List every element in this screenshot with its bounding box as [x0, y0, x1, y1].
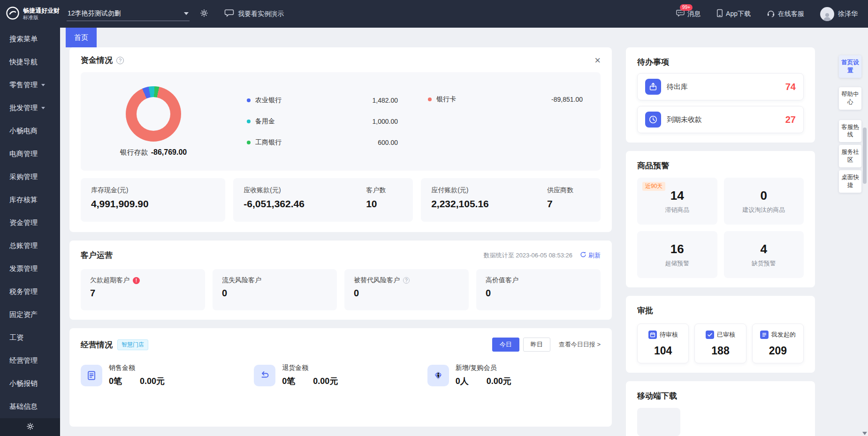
legend-value: 600.00 — [378, 139, 398, 146]
rail-item-label: 帮助中心 — [841, 91, 859, 105]
warning-slow-moving[interactable]: 近90天 14 滞销商品 — [637, 178, 717, 225]
warning-overstock[interactable]: 16 超储预警 — [637, 231, 717, 278]
yesterday-button[interactable]: 昨日 — [523, 338, 550, 352]
bank-deposit-value: -86,769.00 — [151, 148, 187, 156]
sidebar-items: 搜索菜单 快捷导航 零售管理 批发管理 小畅电商 电商管理 采购管理 库存核算 … — [0, 28, 60, 418]
sales-doc-icon — [81, 365, 102, 386]
settings-gear-button[interactable] — [200, 9, 208, 19]
sidebar-item-fixed-assets[interactable]: 固定资产 — [0, 303, 60, 326]
rail-desktop-shortcut[interactable]: 桌面快捷 — [839, 170, 861, 193]
sidebar-settings-button[interactable] — [0, 418, 60, 436]
close-icon[interactable]: × — [594, 55, 601, 66]
user-menu[interactable]: 徐泽华 — [820, 7, 858, 21]
sidebar-item-funds[interactable]: 资金管理 — [0, 211, 60, 234]
username-label: 徐泽华 — [838, 10, 858, 18]
rail-service-community[interactable]: 服务社区 — [839, 145, 861, 167]
online-service-button[interactable]: 在线客服 — [767, 9, 804, 19]
sidebar-item-operations[interactable]: 经营管理 — [0, 349, 60, 372]
help-icon[interactable]: ? — [116, 57, 124, 64]
brand-logo-icon — [6, 6, 20, 22]
company-select[interactable]: 12李艳芬测试勿删 — [67, 7, 190, 21]
gear-icon — [26, 422, 34, 432]
tab-home[interactable]: 首页 — [66, 28, 97, 47]
stat-count: 0人 — [456, 376, 469, 387]
sidebar-item-label: 快捷导航 — [9, 58, 38, 67]
customer-ops-card: 客户运营 数据统计至 2023-06-05 08:53:26 刷新 欠款超期客户 — [69, 241, 612, 320]
sidebar-item-search-menu[interactable]: 搜索菜单 — [0, 28, 60, 51]
sidebar-item-wholesale[interactable]: 批发管理 — [0, 97, 60, 120]
legend-value: -89,851.00 — [551, 96, 583, 103]
funds-stats-row: 库存现金(元) 4,991,909.90 应收账款(元) -6,051,362.… — [81, 178, 601, 222]
daily-report-link[interactable]: 查看今日日报 > — [559, 340, 601, 349]
rail-home-settings[interactable]: 首页设置 — [839, 55, 861, 78]
right-column: 待办事项 待出库 74 到期未收 — [626, 47, 815, 436]
sidebar-item-general-ledger[interactable]: 总账管理 — [0, 234, 60, 257]
sidebar-item-purchasing[interactable]: 采购管理 — [0, 165, 60, 188]
sidebar-item-inventory[interactable]: 库存核算 — [0, 188, 60, 211]
sidebar-item-retail[interactable]: 零售管理 — [0, 74, 60, 97]
stat-replacement-risk-customers: 被替代风险客户 ? 0 — [344, 269, 469, 310]
sidebar: 搜索菜单 快捷导航 零售管理 批发管理 小畅电商 电商管理 采购管理 库存核算 … — [0, 28, 60, 436]
stat-receivables: 应收账款(元) -6,051,362.46 — [244, 186, 305, 214]
main-content: 资金情况 ? × 银行存款-86,769.00 农业银行 1, — [69, 47, 612, 436]
warning-label: 超储预警 — [665, 259, 689, 268]
rail-service-hotline[interactable]: 客服热线 — [839, 120, 861, 143]
approval-count: 209 — [756, 345, 799, 357]
business-card-title: 经营情况 — [81, 339, 113, 350]
funds-donut-chart — [126, 86, 181, 142]
sidebar-item-tax[interactable]: 税务管理 — [0, 280, 60, 303]
sidebar-item-label: 零售管理 — [9, 81, 38, 90]
tabbar: 首页 — [60, 28, 868, 47]
approval-pending[interactable]: 待审核 104 — [637, 323, 689, 363]
scrollbar-down-arrow[interactable] — [862, 432, 867, 435]
stat-churn-risk-customers: 流失风险客户 0 — [213, 269, 337, 310]
sidebar-item-expense[interactable]: 小畅报销 — [0, 372, 60, 395]
stat-value: 7 — [547, 198, 573, 210]
approval-reviewed[interactable]: 已审核 188 — [694, 323, 746, 363]
rail-item-label: 桌面快捷 — [841, 174, 859, 188]
messages-count-badge: 99+ — [680, 4, 693, 11]
warning-value: 14 — [670, 188, 684, 203]
refresh-button[interactable]: 刷新 — [580, 251, 601, 260]
today-button[interactable]: 今日 — [492, 338, 519, 352]
chevron-down-icon — [41, 107, 45, 109]
stat-cash-on-hand: 库存现金(元) 4,991,909.90 — [81, 178, 225, 222]
avatar — [820, 7, 834, 21]
warning-suggest-remove[interactable]: 0 建议淘汰的商品 — [724, 178, 804, 225]
speech-bubble-icon — [224, 9, 234, 19]
scrollbar-thumb[interactable] — [863, 128, 867, 184]
approval-card-title: 审批 — [637, 305, 653, 316]
sidebar-item-label: 批发管理 — [9, 104, 38, 113]
mobile-download-title: 移动端下载 — [637, 391, 677, 401]
brand-name-line2: 标准版 — [23, 15, 60, 21]
sidebar-item-base-info[interactable]: 基础信息 — [0, 395, 60, 418]
online-service-label: 在线客服 — [778, 10, 804, 18]
rail-help-center[interactable]: 帮助中心 — [839, 87, 861, 110]
sidebar-item-ecommerce[interactable]: 电商管理 — [0, 143, 60, 165]
tab-home-label: 首页 — [74, 33, 88, 42]
calendar-icon — [648, 331, 657, 339]
stat-value: 2,232,105.16 — [431, 198, 489, 210]
sidebar-item-invoices[interactable]: 发票管理 — [0, 257, 60, 280]
sidebar-item-payroll[interactable]: 工资 — [0, 326, 60, 349]
app-download-button[interactable]: App下载 — [716, 9, 751, 19]
stat-label: 新增/复购会员 — [456, 364, 511, 372]
question-icon[interactable]: ? — [403, 277, 410, 284]
legend-dot-icon — [247, 120, 251, 123]
sidebar-item-label: 资金管理 — [9, 218, 38, 227]
todo-count: 74 — [785, 82, 796, 92]
warning-label: 缺货预警 — [752, 259, 776, 268]
demo-link[interactable]: 我要看实例演示 — [224, 9, 284, 19]
approval-label: 已审核 — [717, 331, 735, 339]
sidebar-item-xiaochang-ecom[interactable]: 小畅电商 — [0, 120, 60, 143]
brand-name: 畅捷通好业财 标准版 — [23, 8, 60, 21]
stat-receivables-group: 应收账款(元) -6,051,362.46 客户数 10 — [233, 178, 413, 222]
stat-overdue-customers: 欠款超期客户 ! 7 — [81, 269, 205, 310]
warning-out-of-stock[interactable]: 4 缺货预警 — [724, 231, 804, 278]
approval-initiated-by-me[interactable]: 我发起的 209 — [752, 323, 804, 363]
todo-pending-outbound[interactable]: 待出库 74 — [637, 73, 804, 100]
messages-button[interactable]: 99+ 消息 — [676, 9, 700, 18]
sidebar-item-quick-nav[interactable]: 快捷导航 — [0, 51, 60, 74]
legend-value: 1,482.00 — [373, 97, 398, 104]
todo-due-uncollected[interactable]: 到期未收款 27 — [637, 106, 804, 133]
